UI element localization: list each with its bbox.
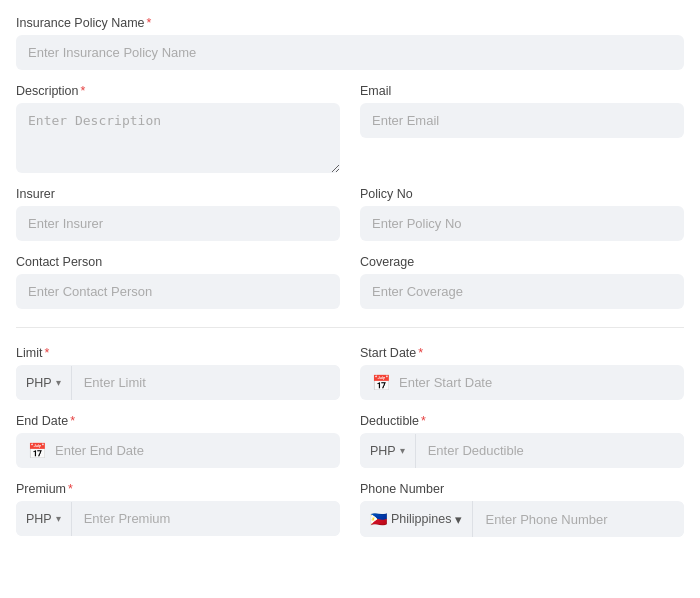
premium-group: Premium* PHP ▾ [16, 482, 340, 537]
policy-no-input[interactable] [360, 206, 684, 241]
premium-input-wrapper: PHP ▾ [16, 501, 340, 536]
email-group: Email [360, 84, 684, 173]
premium-currency-selector[interactable]: PHP ▾ [16, 502, 72, 536]
deductible-input-wrapper: PHP ▾ [360, 433, 684, 468]
premium-currency-label: PHP [26, 512, 52, 526]
start-date-label: Start Date* [360, 346, 684, 360]
start-date-input-wrapper: 📅 [360, 365, 684, 400]
premium-input[interactable] [72, 501, 340, 536]
description-group: Description* [16, 84, 340, 173]
insurer-group: Insurer [16, 187, 340, 241]
coverage-input[interactable] [360, 274, 684, 309]
premium-chevron-icon: ▾ [56, 513, 61, 524]
limit-currency-label: PHP [26, 376, 52, 390]
limit-label: Limit* [16, 346, 340, 360]
limit-currency-selector[interactable]: PHP ▾ [16, 366, 72, 400]
email-label: Email [360, 84, 684, 98]
phone-country-selector[interactable]: 🇵🇭 Philippines ▾ [360, 501, 473, 537]
philippines-flag-icon: 🇵🇭 [370, 511, 387, 527]
description-label: Description* [16, 84, 340, 98]
phone-number-input[interactable] [473, 502, 684, 537]
end-date-input-wrapper: 📅 [16, 433, 340, 468]
policy-no-label: Policy No [360, 187, 684, 201]
deductible-chevron-icon: ▾ [400, 445, 405, 456]
phone-number-group: Phone Number 🇵🇭 Philippines ▾ [360, 482, 684, 537]
deductible-input[interactable] [416, 433, 684, 468]
limit-input-wrapper: PHP ▾ [16, 365, 340, 400]
policy-no-group: Policy No [360, 187, 684, 241]
deductible-currency-selector[interactable]: PHP ▾ [360, 434, 416, 468]
limit-group: Limit* PHP ▾ [16, 346, 340, 400]
contact-person-group: Contact Person [16, 255, 340, 309]
contact-person-label: Contact Person [16, 255, 340, 269]
insurer-label: Insurer [16, 187, 340, 201]
coverage-group: Coverage [360, 255, 684, 309]
section-divider [16, 327, 684, 328]
end-date-calendar-icon: 📅 [28, 442, 47, 460]
start-date-group: Start Date* 📅 [360, 346, 684, 400]
insurance-policy-name-group: Insurance Policy Name* [16, 16, 684, 70]
phone-number-label: Phone Number [360, 482, 684, 496]
phone-number-input-wrapper: 🇵🇭 Philippines ▾ [360, 501, 684, 537]
insurance-policy-name-label: Insurance Policy Name* [16, 16, 684, 30]
insurer-input[interactable] [16, 206, 340, 241]
description-input[interactable] [16, 103, 340, 173]
premium-label: Premium* [16, 482, 340, 496]
coverage-label: Coverage [360, 255, 684, 269]
phone-chevron-icon: ▾ [455, 512, 462, 527]
end-date-input[interactable] [55, 433, 328, 468]
end-date-label: End Date* [16, 414, 340, 428]
limit-chevron-icon: ▾ [56, 377, 61, 388]
deductible-currency-label: PHP [370, 444, 396, 458]
limit-input[interactable] [72, 365, 340, 400]
start-date-calendar-icon: 📅 [372, 374, 391, 392]
contact-person-input[interactable] [16, 274, 340, 309]
start-date-input[interactable] [399, 365, 672, 400]
deductible-group: Deductible* PHP ▾ [360, 414, 684, 468]
end-date-group: End Date* 📅 [16, 414, 340, 468]
insurance-policy-name-input[interactable] [16, 35, 684, 70]
phone-country-label: Philippines [391, 512, 451, 526]
deductible-label: Deductible* [360, 414, 684, 428]
email-input[interactable] [360, 103, 684, 138]
